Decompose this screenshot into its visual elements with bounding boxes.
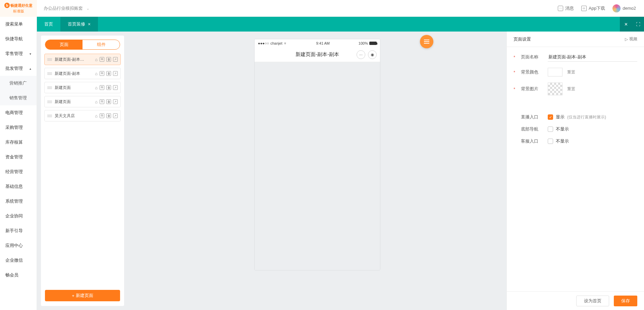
page-name-input[interactable] bbox=[548, 52, 637, 62]
nav-label: 采购管理 bbox=[5, 124, 23, 131]
service-checkbox[interactable] bbox=[548, 139, 553, 144]
nav-item[interactable]: 库存核算 bbox=[0, 135, 37, 150]
required-mark: * bbox=[514, 87, 516, 92]
nav-label: 电商管理 bbox=[5, 110, 23, 116]
set-home-button[interactable]: 设为首页 bbox=[576, 296, 609, 306]
nav-label: 系统管理 bbox=[5, 198, 23, 204]
copy-icon[interactable]: ⧉ bbox=[100, 71, 104, 76]
nav-item[interactable]: 电商管理 bbox=[0, 105, 37, 120]
nav-item[interactable]: 畅会员 bbox=[0, 268, 37, 282]
label-live: 直播入口 bbox=[521, 114, 543, 120]
nav-item[interactable]: 批发管理▴ bbox=[0, 61, 37, 76]
nav-item[interactable]: 搜索菜单 bbox=[0, 17, 37, 32]
copy-icon[interactable]: ⧉ bbox=[100, 113, 104, 118]
share-icon[interactable]: ↗ bbox=[113, 71, 118, 76]
nav-item[interactable]: 企业协同 bbox=[0, 209, 37, 223]
tab-decor[interactable]: 首页装修 × bbox=[60, 17, 98, 32]
video-label: 视频 bbox=[629, 36, 637, 42]
tabstrip-fullscreen-button[interactable]: ⛶ bbox=[632, 17, 644, 32]
account-selector[interactable]: 办公品行业模拟账套 ⌄ bbox=[44, 5, 90, 11]
live-show-label: 显示 bbox=[556, 114, 565, 120]
home-icon[interactable]: ⌂ bbox=[95, 71, 98, 76]
bgcolor-reset[interactable]: 重置 bbox=[567, 69, 575, 75]
canvas: ●●●○○ chanjet ᯤ 9:41 AM 100% 新建页面-副本-副本 bbox=[128, 32, 506, 310]
app-download-button[interactable]: App下载 bbox=[581, 5, 605, 11]
seg-page[interactable]: 页面 bbox=[45, 40, 83, 49]
delete-icon[interactable]: 🗑 bbox=[106, 113, 111, 118]
video-help-link[interactable]: ▷ 视频 bbox=[625, 36, 637, 42]
nav-item[interactable]: 经营管理 bbox=[0, 164, 37, 179]
bottomnav-label: 不显示 bbox=[556, 126, 569, 132]
nav-label: 零售管理 bbox=[5, 51, 23, 57]
messages-button[interactable]: 消息 bbox=[558, 5, 574, 11]
tabstrip-close-button[interactable]: ✕ bbox=[620, 17, 632, 32]
page-row[interactable]: 昊天文具店⌂⧉🗑↗ bbox=[44, 110, 121, 121]
drag-handle-icon[interactable] bbox=[47, 58, 52, 61]
user-menu[interactable]: demo2 bbox=[612, 4, 636, 12]
drag-handle-icon[interactable] bbox=[47, 72, 52, 75]
nav-subitem[interactable]: 营销推广 bbox=[0, 76, 37, 91]
bgcolor-swatch[interactable] bbox=[548, 68, 562, 76]
page-name: 昊天文具店 bbox=[55, 113, 92, 119]
home-icon[interactable]: ⌂ bbox=[95, 113, 98, 118]
home-icon[interactable]: ⌂ bbox=[95, 85, 98, 90]
tab-close-icon[interactable]: × bbox=[88, 21, 91, 27]
label-bgcolor: 背景颜色 bbox=[521, 69, 543, 75]
brand-tier: 标准版 bbox=[13, 9, 24, 14]
nav-label: 企业微信 bbox=[5, 257, 23, 263]
brand-name: 畅捷通好生意 bbox=[10, 3, 33, 8]
plus-icon: + bbox=[72, 293, 74, 298]
home-icon[interactable]: ⌂ bbox=[95, 99, 98, 104]
drag-handle-icon[interactable] bbox=[47, 101, 52, 103]
close-icon: ✕ bbox=[624, 22, 628, 27]
new-page-button[interactable]: + 新建页面 bbox=[45, 290, 120, 301]
nav-subitem[interactable]: 销售管理 bbox=[0, 91, 37, 105]
live-checkbox[interactable]: ✓ bbox=[548, 114, 553, 120]
drag-handle-icon[interactable] bbox=[47, 115, 52, 117]
page-row[interactable]: 新建页面-副本⌂⧉🗑↗ bbox=[44, 68, 121, 79]
home-icon[interactable]: ⌂ bbox=[95, 57, 98, 62]
nav-item[interactable]: 系统管理 bbox=[0, 194, 37, 209]
phone-time: 9:41 AM bbox=[316, 41, 330, 45]
phone-body[interactable] bbox=[255, 62, 380, 270]
nav-item[interactable]: 采购管理 bbox=[0, 120, 37, 135]
brand-logo[interactable]: b 畅捷通好生意 标准版 bbox=[0, 0, 37, 17]
delete-icon[interactable]: 🗑 bbox=[106, 85, 111, 90]
drag-handle-icon[interactable] bbox=[47, 87, 52, 89]
nav-item[interactable]: 快捷导航 bbox=[0, 32, 37, 46]
nav-item[interactable]: 企业微信 bbox=[0, 253, 37, 268]
tab-decor-label: 首页装修 bbox=[68, 21, 85, 27]
copy-icon[interactable]: ⧉ bbox=[100, 85, 104, 90]
nav-item[interactable]: 应用中心 bbox=[0, 238, 37, 253]
page-row[interactable]: 新建页面-副本…⌂⧉🗑↗ bbox=[44, 54, 121, 65]
nav-item[interactable]: 零售管理▾ bbox=[0, 46, 37, 61]
nav-item[interactable]: 新手引导 bbox=[0, 223, 37, 238]
delete-icon[interactable]: 🗑 bbox=[106, 71, 111, 76]
bgimg-picker[interactable] bbox=[548, 83, 562, 95]
required-mark: * bbox=[514, 55, 516, 60]
save-button[interactable]: 保存 bbox=[614, 296, 637, 306]
delete-icon[interactable]: 🗑 bbox=[106, 99, 111, 104]
copy-icon[interactable]: ⧉ bbox=[100, 57, 104, 62]
nav-label: 批发管理 bbox=[5, 65, 23, 71]
phone-preview: ●●●○○ chanjet ᯤ 9:41 AM 100% 新建页面-副本-副本 bbox=[254, 39, 380, 270]
share-icon[interactable]: ↗ bbox=[113, 85, 118, 90]
seg-component[interactable]: 组件 bbox=[83, 40, 120, 49]
bgimg-reset[interactable]: 重置 bbox=[567, 86, 575, 92]
page-row[interactable]: 新建页面⌂⧉🗑↗ bbox=[44, 96, 121, 107]
share-icon[interactable]: ↗ bbox=[113, 99, 118, 104]
tab-home[interactable]: 首页 bbox=[37, 17, 60, 32]
username: demo2 bbox=[623, 6, 636, 11]
bottomnav-checkbox[interactable] bbox=[548, 126, 553, 132]
phone-target-button[interactable]: ◉ bbox=[368, 50, 377, 59]
page-row[interactable]: 新建页面⌂⧉🗑↗ bbox=[44, 82, 121, 93]
share-icon[interactable]: ↗ bbox=[113, 57, 118, 62]
nav-item[interactable]: 基础信息 bbox=[0, 179, 37, 194]
component-drawer-fab[interactable] bbox=[420, 35, 433, 48]
phone-more-button[interactable]: ··· bbox=[357, 50, 365, 59]
delete-icon[interactable]: 🗑 bbox=[106, 57, 111, 62]
copy-icon[interactable]: ⧉ bbox=[100, 99, 104, 104]
share-icon[interactable]: ↗ bbox=[113, 113, 118, 118]
nav-label: 企业协同 bbox=[5, 213, 23, 219]
nav-item[interactable]: 资金管理 bbox=[0, 150, 37, 164]
